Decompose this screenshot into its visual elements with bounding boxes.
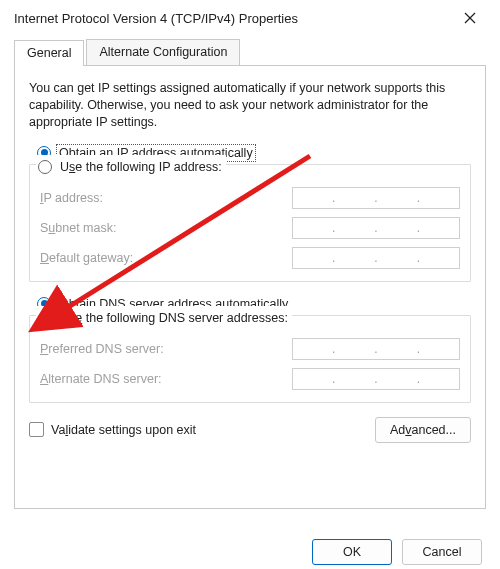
intro-text: You can get IP settings assigned automat… (29, 80, 471, 131)
tab-alternate-configuration[interactable]: Alternate Configuration (86, 39, 240, 66)
row-subnet-mask: Subnet mask: ... (40, 213, 460, 243)
label-alternate-dns: Alternate DNS server: (40, 372, 292, 386)
label-ip-address: IP address: (40, 191, 292, 205)
advanced-button[interactable]: Advanced... (375, 417, 471, 443)
tab-general-label: General (27, 46, 71, 60)
input-subnet-mask: ... (292, 217, 460, 239)
tab-alternate-label: Alternate Configuration (99, 45, 227, 59)
window-title: Internet Protocol Version 4 (TCP/IPv4) P… (14, 11, 450, 26)
radio-use-ip[interactable]: Use the following IP address: (38, 159, 224, 175)
row-alternate-dns: Alternate DNS server: ... (40, 364, 460, 394)
group-static-ip: Use the following IP address: IP address… (29, 164, 471, 282)
close-button[interactable] (450, 3, 490, 33)
close-icon (464, 12, 476, 24)
tab-general[interactable]: General (14, 40, 84, 66)
cancel-button-label: Cancel (423, 545, 462, 559)
tabstrip: General Alternate Configuration (14, 39, 486, 66)
tabpanel-general: You can get IP settings assigned automat… (14, 65, 486, 509)
dialog-window: Internet Protocol Version 4 (TCP/IPv4) P… (0, 0, 500, 569)
input-default-gateway: ... (292, 247, 460, 269)
label-preferred-dns: Preferred DNS server: (40, 342, 292, 356)
radio-empty-icon (38, 160, 52, 174)
bottom-row: Validate settings upon exit Advanced... (29, 417, 471, 443)
row-preferred-dns: Preferred DNS server: ... (40, 334, 460, 364)
radio-use-dns-label: Use the following DNS server addresses: (58, 310, 290, 326)
row-default-gateway: Default gateway: ... (40, 243, 460, 273)
input-preferred-dns: ... (292, 338, 460, 360)
checkbox-validate[interactable] (29, 422, 44, 437)
radio-empty-icon (38, 311, 52, 325)
input-alternate-dns: ... (292, 368, 460, 390)
radio-use-dns[interactable]: Use the following DNS server addresses: (38, 310, 290, 326)
label-default-gateway: Default gateway: (40, 251, 292, 265)
ok-button[interactable]: OK (312, 539, 392, 565)
cancel-button[interactable]: Cancel (402, 539, 482, 565)
group-static-dns: Use the following DNS server addresses: … (29, 315, 471, 403)
ok-button-label: OK (343, 545, 361, 559)
row-ip-address: IP address: ... (40, 183, 460, 213)
titlebar: Internet Protocol Version 4 (TCP/IPv4) P… (0, 0, 500, 36)
label-subnet-mask: Subnet mask: (40, 221, 292, 235)
checkbox-validate-label: Validate settings upon exit (51, 423, 196, 437)
dialog-footer: OK Cancel (0, 539, 500, 569)
radio-use-ip-label: Use the following IP address: (58, 159, 224, 175)
input-ip-address: ... (292, 187, 460, 209)
